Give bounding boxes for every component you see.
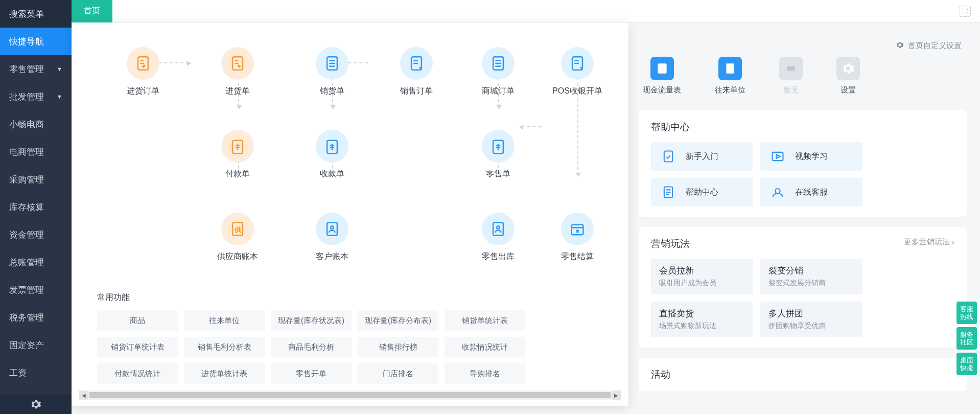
help-item-label: 在线客服 — [795, 187, 828, 198]
common-btn[interactable]: 商品 — [97, 310, 178, 331]
shortcut-empty[interactable]: 暂无 — [779, 57, 803, 95]
doc-in-icon — [127, 47, 159, 80]
common-btn-label: 导购排名 — [470, 369, 500, 379]
flow-node-retail[interactable]: 零售单 — [452, 130, 544, 196]
flow-node-supplier-ledger[interactable]: 供 供应商账本 — [192, 213, 284, 279]
mkt-item[interactable]: 多人拼团 拼团购物享受优惠 — [760, 302, 862, 337]
float-tag-desktop[interactable]: 桌面快捷 — [956, 353, 977, 375]
flow-node-label: POS收银开单 — [552, 86, 602, 97]
flow-node-label: 进货单 — [225, 86, 250, 97]
list-icon — [482, 47, 515, 80]
common-btn[interactable]: 零售开单 — [271, 363, 352, 384]
common-btn[interactable]: 导购排名 — [445, 363, 525, 384]
svg-rect-19 — [787, 66, 795, 71]
common-btn-label: 往来单位 — [209, 316, 240, 326]
mkt-sub: 吸引用户成为会员 — [659, 279, 745, 288]
flow-node-retail-out[interactable]: 零售出库 — [452, 213, 544, 279]
sidebar-item-purchase[interactable]: 采购管理 — [0, 166, 72, 193]
help-item-center[interactable]: 帮助中心 — [651, 178, 753, 206]
float-tag-label: 服务社区 — [959, 331, 975, 346]
common-btn-label: 零售开单 — [296, 369, 326, 379]
mkt-item[interactable]: 裂变分销 裂变式发展分销商 — [760, 259, 862, 294]
flow-node-label: 供应商账本 — [217, 251, 258, 262]
flow-node-label: 零售单 — [486, 169, 510, 179]
fullscreen-button[interactable]: ⛶ — [960, 6, 971, 17]
common-btn[interactable]: 进货单统计表 — [184, 363, 265, 384]
sidebar-item-label: 小畅电商 — [9, 119, 44, 130]
report-icon — [650, 57, 674, 80]
common-btn[interactable]: 现存量(库存分布表) — [358, 310, 438, 331]
flow-node-pos[interactable]: POS收银开单 — [531, 47, 623, 113]
common-btn-label: 进货单统计表 — [201, 369, 247, 379]
sidebar-search[interactable]: 搜索菜单 — [0, 0, 72, 28]
common-btn[interactable]: 现存量(库存状况表) — [271, 310, 352, 331]
common-btn[interactable]: 销售毛利分析表 — [184, 337, 265, 357]
float-tag-hotline[interactable]: 客服热线 — [956, 302, 977, 324]
shortcut-settings[interactable]: 设置 — [836, 57, 860, 95]
sidebar-item-invoice[interactable]: 发票管理 — [0, 276, 72, 304]
sidebar-item-label: 发票管理 — [9, 284, 44, 296]
money-icon — [482, 130, 515, 163]
sidebar-item-fixed-asset[interactable]: 固定资产 — [0, 331, 72, 359]
flow-node-customer-ledger[interactable]: 客户账本 — [286, 213, 378, 279]
flow-node-purchase-order[interactable]: 进货订单 — [97, 47, 189, 113]
flow-node-sale[interactable]: 销货单 — [286, 47, 378, 113]
sidebar-item-stock[interactable]: 库存核算 — [0, 193, 72, 221]
doc-icon — [660, 148, 676, 165]
sidebar-item-label: 税务管理 — [9, 312, 44, 324]
float-tag-community[interactable]: 服务社区 — [956, 327, 977, 350]
sidebar-item-wholesale[interactable]: 批发管理 ▼ — [0, 83, 72, 110]
video-icon — [769, 148, 786, 165]
flow-node-retail-settle[interactable]: 零售结算 — [531, 213, 623, 279]
shortcut-contacts[interactable]: 往来单位 — [715, 57, 745, 95]
mkt-item[interactable]: 直播卖货 场景式购物新玩法 — [651, 302, 753, 337]
flow-node-mall-order[interactable]: 商城订单 — [452, 47, 544, 113]
sidebar-item-quicknav[interactable]: 快捷导航 — [0, 28, 72, 55]
common-btn[interactable]: 收款情况统计 — [445, 337, 525, 357]
sidebar-item-ledger[interactable]: 总账管理 — [0, 248, 72, 276]
horizontal-scrollbar[interactable]: ◀ ▶ — [79, 390, 621, 400]
common-btn[interactable]: 商品毛利分析 — [271, 337, 352, 357]
common-btn-label: 门店排名 — [383, 369, 413, 379]
mkt-item[interactable]: 会员拉新 吸引用户成为会员 — [651, 259, 753, 294]
common-btn[interactable]: 门店排名 — [358, 363, 438, 384]
more-marketing-link[interactable]: 更多营销玩法 › — [904, 237, 954, 247]
flow-node-label: 商城订单 — [482, 86, 515, 97]
sidebar-item-label: 库存核算 — [9, 201, 44, 213]
customer-icon — [316, 213, 348, 245]
scroll-left-button[interactable]: ◀ — [79, 390, 88, 400]
shortcut-cashflow[interactable]: 现金流量表 — [643, 57, 681, 95]
sidebar-item-label: 资金管理 — [9, 229, 44, 241]
marketing-card: 营销玩法 更多营销玩法 › 会员拉新 吸引用户成为会员 裂变分销 裂变式发展分销… — [639, 227, 967, 348]
sidebar-item-ecommerce[interactable]: 电商管理 — [0, 138, 72, 166]
doc-icon — [660, 184, 676, 200]
common-btn-label: 商品 — [130, 316, 145, 326]
scroll-thumb[interactable] — [89, 392, 611, 398]
tab-home[interactable]: 首页 — [72, 0, 112, 22]
scroll-right-button[interactable]: ▶ — [612, 390, 621, 400]
chevron-right-icon: › — [952, 237, 954, 246]
home-custom-setting[interactable]: 首页自定义设置 — [639, 41, 962, 51]
help-item-support[interactable]: 在线客服 — [760, 178, 862, 206]
common-btn[interactable]: 销货订单统计表 — [97, 337, 178, 357]
common-btn[interactable]: 销售排行榜 — [358, 337, 438, 357]
flow-node-purchase[interactable]: 进货单 — [192, 47, 284, 113]
chevron-down-icon: ▼ — [57, 66, 62, 72]
flow-node-payment[interactable]: 付款单 — [192, 130, 284, 196]
help-item-video[interactable]: 视频学习 — [760, 142, 862, 171]
common-btn[interactable]: 销货单统计表 — [445, 310, 525, 331]
sidebar-item-salary[interactable]: 工资 — [0, 359, 72, 386]
more-label: 更多营销玩法 — [904, 237, 950, 246]
sidebar-item-funds[interactable]: 资金管理 — [0, 221, 72, 248]
sidebar-settings-button[interactable] — [0, 395, 72, 414]
sidebar-item-retail[interactable]: 零售管理 ▼ — [0, 55, 72, 83]
sidebar-item-xcdc[interactable]: 小畅电商 — [0, 110, 72, 138]
common-btn[interactable]: 往来单位 — [184, 310, 265, 331]
order-icon — [400, 47, 433, 80]
sidebar-item-tax[interactable]: 税务管理 — [0, 304, 72, 331]
help-item-label: 新手入门 — [686, 151, 718, 162]
common-btn[interactable]: 付款情况统计 — [97, 363, 178, 384]
help-item-newbie[interactable]: 新手入门 — [651, 142, 753, 171]
flow-node-receipt[interactable]: 收款单 — [286, 130, 378, 196]
flow-node-sale-order[interactable]: 销售订单 — [370, 47, 462, 113]
